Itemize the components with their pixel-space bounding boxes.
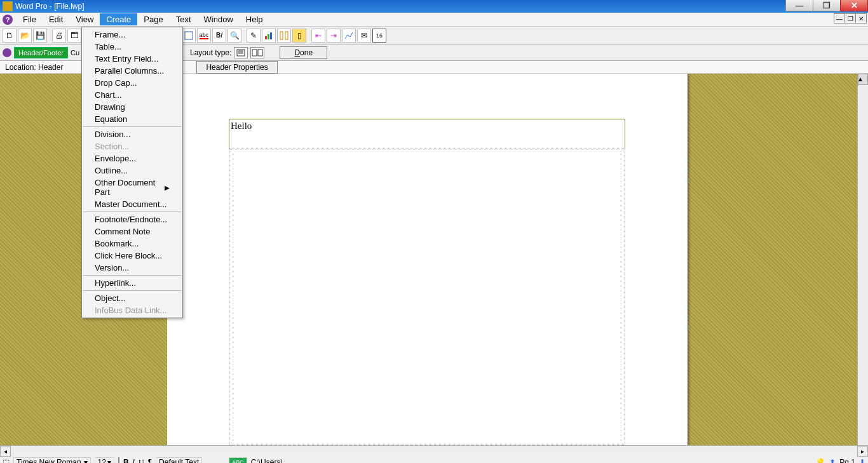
menu-item-hyperlink[interactable]: Hyperlink... [82, 277, 182, 289]
date-icon[interactable]: 16 [372, 29, 386, 43]
menu-help[interactable]: Help [240, 13, 269, 25]
open-icon[interactable]: 📂 [18, 29, 32, 43]
menu-item-label: Parallel Columns... [95, 66, 164, 76]
menu-item-frame[interactable]: Frame... [82, 29, 182, 41]
menu-item-label: Outline... [95, 166, 128, 175]
spellcheck-icon[interactable]: abc [197, 29, 211, 43]
header-text[interactable]: Hello [229, 119, 625, 133]
bold-italic-icon[interactable]: BI [212, 29, 226, 43]
menu-item-text-entry[interactable]: Text Entry Field... [82, 53, 182, 65]
layout-single-icon[interactable] [234, 47, 248, 58]
find-icon[interactable]: 🔍 [227, 29, 241, 43]
header-region[interactable]: Hello [229, 119, 625, 149]
page-indicator[interactable]: Pg 1 [839, 458, 855, 463]
save-icon[interactable]: 💾 [33, 29, 47, 43]
title-bar: Word Pro - [File.lwp] — ❐ ✕ [0, 0, 868, 13]
chart2-icon[interactable] [342, 29, 356, 43]
font-size-label: 12 [98, 458, 106, 463]
menu-page[interactable]: Page [137, 13, 169, 25]
menu-file[interactable]: File [17, 13, 43, 25]
menu-edit[interactable]: Edit [43, 13, 69, 25]
menu-create[interactable]: Create [100, 13, 137, 25]
done-button[interactable]: Done [280, 46, 327, 59]
info-icon[interactable] [3, 48, 11, 57]
hscroll-thumb[interactable] [11, 446, 857, 457]
mdi-restore-button[interactable]: ❐ [844, 13, 856, 23]
menu-item-object[interactable]: Object... [82, 292, 182, 304]
menu-item-envelope[interactable]: Envelope... [82, 152, 182, 164]
menu-edit-label: Edit [49, 15, 63, 24]
insert-mode-icon[interactable]: ABC [229, 457, 247, 463]
menu-item-comment-note[interactable]: Comment Note [82, 225, 182, 238]
body-region[interactable] [229, 149, 625, 445]
hscroll-track[interactable] [11, 446, 857, 457]
menu-item-footnote[interactable]: Footnote/Endnote... [82, 213, 182, 225]
menu-item-drop-cap[interactable]: Drop Cap... [82, 77, 182, 89]
menu-separator [83, 290, 181, 291]
menu-view[interactable]: View [69, 13, 100, 25]
style-selector[interactable]: Default Text [156, 457, 202, 463]
menu-item-drawing[interactable]: Drawing [82, 101, 182, 113]
mdi-close-button[interactable]: ✕ [855, 13, 867, 23]
menu-item-label: Chart... [95, 90, 122, 100]
svg-rect-4 [265, 36, 267, 39]
menu-item-label: Hyperlink... [95, 278, 136, 288]
italic-button[interactable]: I [133, 458, 135, 463]
drawing-icon[interactable]: ✎ [247, 29, 261, 43]
minimize-button[interactable]: — [785, 0, 813, 11]
menu-item-master-document[interactable]: Master Document... [82, 198, 182, 210]
maximize-button[interactable]: ❐ [813, 0, 841, 11]
menu-item-label: Comment Note [95, 227, 150, 236]
menu-item-outline[interactable]: Outline... [82, 164, 182, 177]
font-color-icon[interactable] [118, 458, 119, 463]
menu-window[interactable]: Window [198, 13, 240, 25]
scroll-left-icon[interactable]: ◂ [0, 446, 11, 457]
envelope-icon[interactable]: ✉ [357, 29, 371, 43]
layout-type-label: Layout type: [190, 48, 231, 57]
menu-item-bookmark[interactable]: Bookmark... [82, 238, 182, 250]
menu-item-label: Bookmark... [95, 239, 139, 248]
mdi-minimize-button[interactable]: — [834, 13, 845, 23]
menu-item-parallel-columns[interactable]: Parallel Columns... [82, 65, 182, 77]
arrow-left-icon[interactable]: ⇤ [311, 29, 325, 43]
tip-bulb-icon[interactable]: 💡 [815, 458, 825, 464]
menu-item-section: Section... [82, 140, 182, 152]
menu-separator [83, 275, 181, 276]
svg-rect-14 [258, 50, 262, 56]
print-icon[interactable]: 🖨 [52, 29, 66, 43]
menu-file-label: File [23, 15, 36, 24]
help-icon[interactable]: ? [3, 15, 13, 25]
underline-button[interactable]: U [139, 458, 144, 464]
frame-icon[interactable] [182, 29, 196, 43]
menu-item-table[interactable]: Table... [82, 41, 182, 53]
close-button[interactable]: ✕ [840, 0, 868, 11]
font-size-selector[interactable]: 12 ▾ [95, 457, 114, 463]
view-mode-icon[interactable]: ⬚ [3, 458, 10, 463]
menu-item-equation[interactable]: Equation [82, 113, 182, 125]
arrow-right-icon[interactable]: ⇥ [327, 29, 341, 43]
scroll-up-icon[interactable]: ▴ [858, 74, 868, 85]
preview-icon[interactable]: 🗔 [67, 29, 81, 43]
bold-button[interactable]: B [123, 458, 129, 463]
paragraph-icon[interactable]: ¶ [148, 458, 152, 463]
header-properties-button[interactable]: Header Properties [196, 61, 277, 74]
vertical-scrollbar[interactable]: ▴ [857, 74, 868, 445]
menu-item-division[interactable]: Division... [82, 128, 182, 140]
menu-item-version[interactable]: Version... [82, 262, 182, 274]
layout-facing-icon[interactable] [250, 47, 264, 58]
chart-icon[interactable] [262, 29, 276, 43]
new-icon[interactable]: 🗋 [3, 29, 17, 43]
font-name-selector[interactable]: Times New Roman ▾ [13, 457, 91, 463]
horizontal-scrollbar[interactable]: ◂ ▸ [0, 445, 868, 456]
scroll-right-icon[interactable]: ▸ [857, 446, 868, 457]
menu-item-other-document-part[interactable]: Other Document Part▶ [82, 177, 182, 198]
menu-item-chart[interactable]: Chart... [82, 89, 182, 101]
menu-window-label: Window [204, 15, 233, 24]
columns-icon[interactable] [277, 29, 291, 43]
menu-item-click-here-block[interactable]: Click Here Block... [82, 250, 182, 262]
menu-text[interactable]: Text [170, 13, 198, 25]
page-up-icon[interactable]: ⬆ [829, 458, 836, 463]
page-down-icon[interactable]: ⬇ [859, 458, 865, 463]
file-path: C:\Users\ [251, 458, 283, 463]
highlight-icon[interactable]: ▯ [292, 29, 306, 43]
